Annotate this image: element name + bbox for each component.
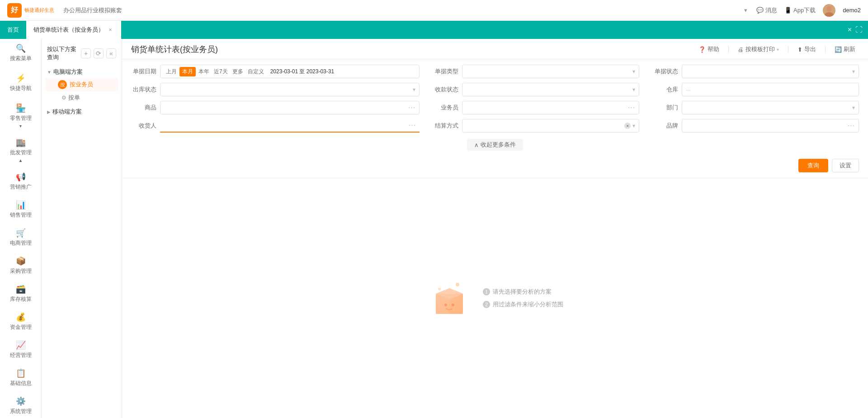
- template-print-btn[interactable]: 🖨 按模板打印 ▾: [734, 43, 783, 55]
- receipt-control[interactable]: ▾: [462, 83, 639, 96]
- sidebar-search-label: 搜索菜单: [10, 55, 32, 62]
- warehouse-control[interactable]: ···: [682, 83, 859, 96]
- scheme-panel-icons: + ⟳ «: [81, 48, 116, 58]
- scheme-collapse-btn[interactable]: «: [106, 48, 116, 58]
- logo[interactable]: 好 畅捷通好生意: [7, 3, 54, 18]
- sidebar-item-inventory[interactable]: 🗃️ 库存核算: [0, 280, 41, 308]
- date-tab-last-month[interactable]: 上月: [164, 67, 179, 76]
- tab-close-btn[interactable]: ×: [107, 26, 114, 33]
- date-tab-more[interactable]: 更多: [231, 67, 245, 76]
- export-icon: ⬆: [797, 46, 802, 53]
- filter-block: 单据日期 上月 本月 本年 近7天 更多 自定义 2023-03-01 至 20…: [122, 59, 868, 156]
- tab-home[interactable]: 首页: [0, 21, 26, 39]
- sidebar-item-finance[interactable]: 💰 资金管理: [0, 308, 41, 336]
- sidebar-item-retail[interactable]: 🏪 零售管理 ▾: [0, 99, 41, 133]
- svg-point-6: [456, 283, 459, 286]
- scheme-panel-title: 按以下方案查询: [47, 45, 81, 62]
- scheme-dot: 按: [58, 80, 67, 89]
- scheme-group-desktop-header[interactable]: ▼ 电脑端方案: [45, 66, 118, 78]
- avatar[interactable]: [823, 4, 835, 17]
- sidebar-item-sales[interactable]: 📊 销售管理: [0, 195, 41, 223]
- sidebar-item-system[interactable]: ⚙️ 系统管理: [0, 392, 41, 418]
- filter-warehouse: 仓库 ···: [653, 83, 859, 96]
- query-btn[interactable]: 查询: [798, 159, 828, 172]
- nav-dropdown-icon[interactable]: ▾: [744, 7, 747, 14]
- content-area: 按以下方案查询 + ⟳ « ▼ 电脑端方案 按 按业务员 ⚙ 按: [42, 39, 868, 418]
- scheme-group-mobile: ▶ 移动端方案: [42, 106, 122, 118]
- export-label: 导出: [804, 45, 816, 53]
- scheme-group-mobile-header[interactable]: ▶ 移动端方案: [45, 106, 118, 118]
- sidebar-item-wholesale[interactable]: 🏬 批发管理 ▲: [0, 133, 41, 167]
- filter-dept: 部门 ▾: [653, 101, 859, 114]
- help-btn[interactable]: ❓ 帮助: [695, 43, 723, 55]
- sidebar-sales-label: 销售管理: [10, 211, 32, 219]
- filter-goods: 商品 ···: [131, 101, 420, 114]
- scheme-add-btn[interactable]: +: [81, 48, 91, 58]
- user-name[interactable]: demo2: [843, 7, 861, 14]
- date-tab-this-year[interactable]: 本年: [197, 67, 211, 76]
- receiver-label: 收货人: [131, 122, 156, 130]
- sidebar-item-marketing[interactable]: 📢 营销推广: [0, 167, 41, 195]
- scheme-panel-header: 按以下方案查询 + ⟳ «: [42, 43, 122, 63]
- goods-control[interactable]: ···: [160, 101, 420, 114]
- tab-close-window-icon[interactable]: ×: [848, 26, 852, 34]
- scheme-refresh-btn[interactable]: ⟳: [94, 48, 104, 58]
- export-btn[interactable]: ⬆ 导出: [794, 43, 820, 55]
- nav-label[interactable]: 办公用品行业模拟账套: [63, 6, 735, 14]
- brand-control[interactable]: ···: [682, 119, 859, 133]
- type-label: 单据类型: [433, 67, 458, 76]
- collapse-filters-btn[interactable]: ∧ 收起更多条件: [467, 139, 523, 151]
- mobile-group-arrow: ▶: [47, 109, 51, 114]
- ecommerce-icon: 🛒: [16, 228, 26, 238]
- sidebar-ecommerce-label: 电商管理: [10, 239, 32, 247]
- basic-icon: 📋: [16, 368, 26, 378]
- salesperson-label: 业务员: [433, 104, 458, 112]
- tab-home-label: 首页: [7, 26, 19, 34]
- sidebar-item-operation[interactable]: 📈 经营管理: [0, 336, 41, 364]
- setting-btn[interactable]: 设置: [832, 159, 859, 172]
- refresh-btn[interactable]: 🔄 刷新: [831, 43, 859, 55]
- page-header: 销货单统计表(按业务员) ❓ 帮助 🖨 按模板打印 ▾ ⬆: [122, 39, 868, 59]
- sidebar-item-quick-nav[interactable]: ⚡ 快捷导航: [0, 69, 41, 97]
- sidebar-item-ecommerce[interactable]: 🛒 电商管理: [0, 223, 41, 252]
- dept-control[interactable]: ▾: [682, 101, 859, 114]
- tab-sales-stat[interactable]: 销货单统计表（按业务员） ×: [26, 21, 121, 39]
- scheme-sub-item-by-order[interactable]: ⚙ 按单: [45, 91, 118, 104]
- page-title: 销货单统计表(按业务员): [131, 44, 218, 55]
- sidebar-item-basic[interactable]: 📋 基础信息: [0, 364, 41, 392]
- sidebar-item-search[interactable]: 🔍 搜索菜单: [0, 39, 41, 67]
- sidebar-item-purchase[interactable]: 📦 采购管理: [0, 252, 41, 280]
- sidebar-finance-label: 资金管理: [10, 323, 32, 331]
- settlement-control[interactable]: × ▾: [462, 119, 639, 133]
- settlement-clear-btn[interactable]: ×: [624, 123, 631, 129]
- scheme-sub-icon: ⚙: [61, 95, 66, 101]
- out-status-control[interactable]: ▾: [160, 83, 420, 96]
- msg-icon: 💬: [756, 7, 764, 14]
- tab-maximize-icon[interactable]: ⛶: [855, 26, 863, 34]
- help-label: 帮助: [708, 45, 719, 53]
- date-control[interactable]: 上月 本月 本年 近7天 更多 自定义 2023-03-01 至 2023-03…: [160, 65, 420, 78]
- quick-nav-icon: ⚡: [16, 73, 26, 83]
- tab-bar-right: × ⛶: [848, 26, 868, 34]
- date-tab-custom[interactable]: 自定义: [246, 67, 266, 76]
- date-tab-7days[interactable]: 近7天: [212, 67, 230, 76]
- scheme-item-by-salesperson[interactable]: 按 按业务员: [45, 78, 118, 91]
- filter-salesperson: 业务员 ···: [433, 101, 639, 114]
- wholesale-icon: 🏬: [16, 138, 26, 147]
- msg-btn[interactable]: 💬 消息: [756, 6, 777, 14]
- msg-label: 消息: [765, 6, 777, 14]
- status-control[interactable]: ▾: [682, 65, 859, 78]
- filter-status: 单据状态 ▾: [653, 65, 859, 78]
- app-download-btn[interactable]: 📱 App下载: [784, 6, 816, 14]
- salesperson-control[interactable]: ···: [462, 101, 639, 114]
- empty-icon: [427, 276, 472, 321]
- receiver-control[interactable]: ···: [160, 119, 420, 133]
- hint-num-2: 2: [483, 301, 490, 308]
- scheme-sub-label: 按单: [68, 94, 80, 102]
- dept-label: 部门: [653, 104, 678, 112]
- type-control[interactable]: ▾: [462, 65, 639, 78]
- date-tab-this-month[interactable]: 本月: [179, 67, 196, 76]
- sidebar-marketing-label: 营销推广: [10, 183, 32, 191]
- marketing-icon: 📢: [16, 172, 26, 182]
- scheme-group-desktop: ▼ 电脑端方案 按 按业务员 ⚙ 按单: [42, 66, 122, 104]
